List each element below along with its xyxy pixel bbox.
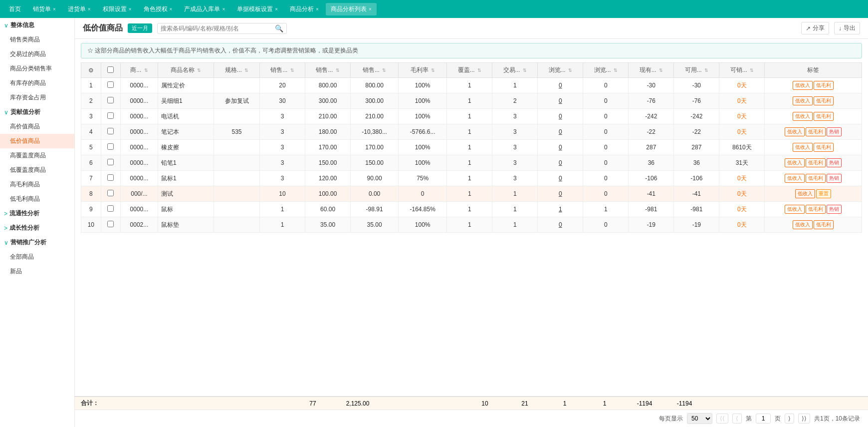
cell-trade: 3 xyxy=(492,124,538,140)
cell-sales-qty: 3 xyxy=(260,109,305,124)
cell-sellable: 8610天 xyxy=(719,140,765,155)
sidebar-item-商品分类销售率[interactable]: 商品分类销售率 xyxy=(0,61,74,76)
sidebar-item-高覆盖度商品[interactable]: 高覆盖度商品 xyxy=(0,148,74,163)
cell-margin: 75% xyxy=(399,171,447,186)
nav-item-单据模板设置[interactable]: 单据模板设置× xyxy=(232,3,283,15)
nav-close-icon[interactable]: × xyxy=(170,6,173,12)
nav-close-icon[interactable]: × xyxy=(316,6,319,12)
cell-checkbox[interactable] xyxy=(101,171,120,186)
cell-checkbox[interactable] xyxy=(101,109,120,124)
sidebar-item-库存资金占用[interactable]: 库存资金占用 xyxy=(0,90,74,105)
nav-item-角色授权[interactable]: 角色授权× xyxy=(139,3,178,15)
share-button[interactable]: ↗ 分享 xyxy=(801,22,829,34)
page-label-after: 页 xyxy=(775,415,781,423)
first-page-button[interactable]: ⟨⟨ xyxy=(716,414,728,424)
select-all-checkbox[interactable] xyxy=(107,66,114,73)
last-page-button[interactable]: ⟩⟩ xyxy=(798,414,810,424)
page-input[interactable] xyxy=(756,414,771,424)
nav-close-icon[interactable]: × xyxy=(369,6,372,12)
cell-no: 7 xyxy=(81,171,101,186)
cell-browse1: 0 xyxy=(538,78,583,93)
per-page-select[interactable]: 50 100 xyxy=(687,413,712,424)
nav-item-销货单[interactable]: 销货单× xyxy=(28,3,61,15)
cell-name: 铅笔1 xyxy=(158,155,214,171)
cell-code: 0002... xyxy=(120,217,158,233)
sidebar-item-低覆盖度商品[interactable]: 低覆盖度商品 xyxy=(0,163,74,177)
sidebar-group-贡献值分析[interactable]: ∨贡献值分析 xyxy=(0,105,74,119)
collapse-icon: > xyxy=(4,210,7,217)
cell-checkbox[interactable] xyxy=(101,124,120,140)
sidebar-item-高价值商品[interactable]: 高价值商品 xyxy=(0,119,74,134)
cell-usable: -106 xyxy=(674,171,719,186)
sidebar-item-新品[interactable]: 新品 xyxy=(0,264,74,279)
tag-label: 热销 xyxy=(827,127,842,136)
cell-sales-price: 120.00 xyxy=(305,171,351,186)
sidebar-group-营销推广分析[interactable]: ∨营销推广分析 xyxy=(0,235,74,250)
nav-item-权限设置[interactable]: 权限设置× xyxy=(98,3,137,15)
cell-checkbox[interactable] xyxy=(101,140,120,155)
cell-trade: 1 xyxy=(492,78,538,93)
cell-checkbox[interactable] xyxy=(101,202,120,217)
col-checkbox[interactable] xyxy=(101,63,120,78)
pagination-bar: 每页显示 50 100 ⟨⟨ ⟨ 第 页 ⟩ ⟩⟩ 共1页，10条记录 xyxy=(75,410,868,427)
cell-no: 2 xyxy=(81,93,101,109)
next-page-button[interactable]: ⟩ xyxy=(785,414,794,424)
sidebar-item-全部商品[interactable]: 全部商品 xyxy=(0,250,74,264)
sidebar-item-销售类商品[interactable]: 销售类商品 xyxy=(0,32,74,47)
cell-checkbox[interactable] xyxy=(101,78,120,93)
sidebar-group-成长性分析[interactable]: >成长性分析 xyxy=(0,221,74,235)
table-body: 10000...属性定价20800.00800.00100%1100-30-30… xyxy=(81,78,862,233)
sidebar-group-整体信息[interactable]: ∨整体信息 xyxy=(0,18,74,32)
cell-checkbox[interactable] xyxy=(101,155,120,171)
sidebar-item-高毛利商品[interactable]: 高毛利商品 xyxy=(0,177,74,192)
sidebar-group-title: 流通性分析 xyxy=(9,209,39,218)
sidebar-item-有库存的商品[interactable]: 有库存的商品 xyxy=(0,76,74,90)
total-sales-price: 2,125.00 xyxy=(335,400,380,407)
cell-sellable: 0天 xyxy=(719,186,765,202)
footer-label: 合计： xyxy=(81,399,121,408)
total-records: 共1页，10条记录 xyxy=(814,415,860,423)
sidebar-item-低价值商品[interactable]: 低价值商品 xyxy=(0,134,74,148)
sidebar-group-流通性分析[interactable]: >流通性分析 xyxy=(0,206,74,221)
cell-coverage: 1 xyxy=(447,93,492,109)
table-header-row: ⚙ 商... ⇅ 商品名称 ⇅ 规格... ⇅ 销售... ⇅ 销售... ⇅ … xyxy=(81,63,862,78)
nav-close-icon[interactable]: × xyxy=(53,6,56,12)
cell-checkbox[interactable] xyxy=(101,186,120,202)
cell-name: 鼠标垫 xyxy=(158,217,214,233)
cell-sellable: 0天 xyxy=(719,109,765,124)
col-settings[interactable]: ⚙ xyxy=(81,63,101,78)
cell-sales-price: 170.00 xyxy=(305,140,351,155)
export-button[interactable]: ↓ 导出 xyxy=(834,22,860,34)
nav-item-首页[interactable]: 首页 xyxy=(4,3,26,15)
search-input[interactable] xyxy=(161,25,273,32)
cell-usable: -41 xyxy=(674,186,719,202)
nav-item-商品分析[interactable]: 商品分析× xyxy=(285,3,324,15)
sidebar-item-低毛利商品[interactable]: 低毛利商品 xyxy=(0,192,74,206)
cell-tags: 低收入低毛利 xyxy=(765,93,862,109)
period-tag-button[interactable]: 近一月 xyxy=(128,23,152,33)
top-nav: 首页销货单×进货单×权限设置×角色授权×产成品入库单×单据模板设置×商品分析×商… xyxy=(0,0,868,18)
table-container[interactable]: ⚙ 商... ⇅ 商品名称 ⇅ 规格... ⇅ 销售... ⇅ 销售... ⇅ … xyxy=(81,62,862,396)
cell-checkbox[interactable] xyxy=(101,93,120,109)
sidebar-item-交易过的商品[interactable]: 交易过的商品 xyxy=(0,47,74,61)
per-page-label: 每页显示 xyxy=(659,415,683,423)
total-current: -1194 xyxy=(625,400,664,407)
cell-spec xyxy=(214,78,260,93)
search-icon[interactable]: 🔍 xyxy=(275,24,283,32)
sidebar-group-title: 整体信息 xyxy=(10,21,34,29)
cell-spec: 参加复试 xyxy=(214,93,260,109)
cell-checkbox[interactable] xyxy=(101,217,120,233)
nav-item-进货单[interactable]: 进货单× xyxy=(63,3,96,15)
cell-current: -19 xyxy=(629,217,674,233)
nav-close-icon[interactable]: × xyxy=(129,6,132,12)
prev-page-button[interactable]: ⟨ xyxy=(732,414,742,424)
cell-current: 287 xyxy=(629,140,674,155)
nav-close-icon[interactable]: × xyxy=(88,6,91,12)
nav-close-icon[interactable]: × xyxy=(275,6,278,12)
nav-item-产成品入库单[interactable]: 产成品入库单× xyxy=(179,3,230,15)
nav-close-icon[interactable]: × xyxy=(222,6,225,12)
nav-item-商品分析列表[interactable]: 商品分析列表× xyxy=(326,3,377,15)
cell-name: 鼠标 xyxy=(158,202,214,217)
cell-no: 1 xyxy=(81,78,101,93)
cell-coverage: 1 xyxy=(447,78,492,93)
